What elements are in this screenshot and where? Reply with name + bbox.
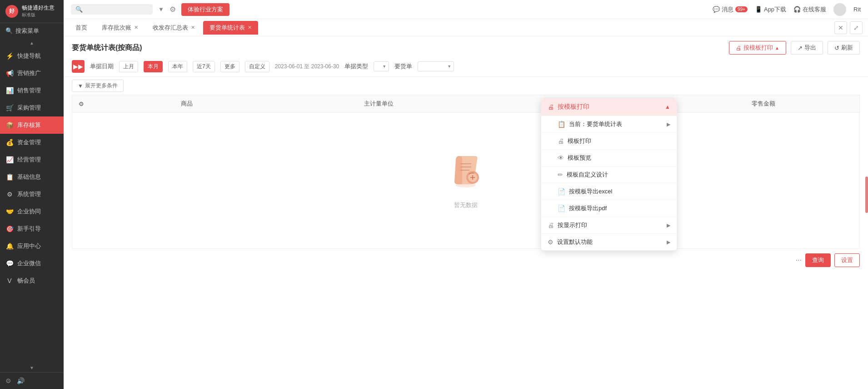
table-col-settings[interactable]: ⚙ <box>72 96 90 112</box>
sidebar: 好 畅捷通好生意 标准版 🔍 搜索菜单 ▲ ⚡ 快捷导航 📢 营销推广 📊 销售… <box>0 0 64 389</box>
sidebar-search[interactable]: 🔍 搜索菜单 <box>0 23 64 39</box>
date-btn-last-month[interactable]: 上月 <box>119 61 138 72</box>
dropdown-group-default-func[interactable]: ⚙ 设置默认功能 ▶ <box>541 233 677 250</box>
sidebar-item-sales[interactable]: 📊 销售管理 <box>0 82 64 99</box>
order-goods-select[interactable] <box>418 61 454 71</box>
dropdown-item-template-print[interactable]: 🖨 模板打印 <box>541 132 677 149</box>
print-header-icon: 🖨 <box>548 103 554 111</box>
date-btn-this-year[interactable]: 本年 <box>168 61 187 72</box>
filter-expand-btn[interactable]: ▶▶ <box>72 60 85 73</box>
online-service-item[interactable]: 🎧 在线客服 <box>793 5 826 14</box>
order-goods-select-wrap[interactable] <box>418 61 454 71</box>
user-name: Rit <box>853 6 861 13</box>
tab-close-all-icon[interactable]: ✕ <box>834 21 847 34</box>
export-btn[interactable]: ↗ 导出 <box>791 41 823 55</box>
tab-order-stats[interactable]: 要货单统计表 ✕ <box>203 21 258 35</box>
sidebar-item-wechat[interactable]: 💬 企业微信 <box>0 255 64 272</box>
table-wrap: ⚙ 商品 主计量单位 主数量 零售金额 <box>64 95 868 249</box>
topbar-search-icon: 🔍 <box>75 6 83 13</box>
date-btn-this-month[interactable]: 本月 <box>144 61 163 72</box>
tab-receivables[interactable]: 收发存汇总表 ✕ <box>146 21 201 35</box>
download-icon: 📱 <box>755 6 762 13</box>
print-dropdown-header[interactable]: 🖨 按模板打印 ▲ <box>541 98 677 116</box>
expand-more-btn[interactable]: ▼ 展开更多条件 <box>72 80 124 92</box>
topbar-chevron-icon[interactable]: ▼ <box>158 6 164 13</box>
topbar-search-wrap[interactable]: 🔍 <box>71 4 153 15</box>
sidebar-item-purchase[interactable]: 🛒 采购管理 <box>0 99 64 116</box>
order-type-select-wrap[interactable] <box>374 61 389 71</box>
tab-extra: ✕ ⤢ <box>834 21 863 34</box>
filter-bar: ▶▶ 单据日期 上月 本月 本年 近7天 更多 自定义 2023-06-01 至… <box>64 56 868 77</box>
app-logo-icon: 好 <box>5 5 18 18</box>
sidebar-item-quick-nav[interactable]: ⚡ 快捷导航 <box>0 47 64 65</box>
tab-close-inventory-batch[interactable]: ✕ <box>134 25 138 30</box>
template-print-icon: 🖨 <box>558 137 564 145</box>
date-btn-custom[interactable]: 自定义 <box>245 61 269 72</box>
topbar-settings-icon[interactable]: ⚙ <box>170 5 176 14</box>
tab-home[interactable]: 首页 <box>69 21 94 35</box>
display-print-arrow: ▶ <box>667 222 670 228</box>
topbar-search-input[interactable] <box>85 6 140 13</box>
print-dropdown: 🖨 按模板打印 ▲ 📋 当前：要货单统计表 ▶ 🖨 模板打印 👁 模板预览 <box>541 98 677 251</box>
sidebar-item-collab[interactable]: 🤝 企业协同 <box>0 203 64 220</box>
app-badge: 标准版 <box>22 12 55 18</box>
table-header: ⚙ 商品 主计量单位 主数量 零售金额 <box>72 95 860 112</box>
notification-item[interactable]: 💬 消息 99+ <box>713 5 748 14</box>
volume-icon[interactable]: 🔊 <box>17 377 25 384</box>
tab-inventory-batch[interactable]: 库存批次账 ✕ <box>95 21 145 35</box>
settings-bottom-icon[interactable]: ⚙ <box>5 377 11 384</box>
refresh-btn[interactable]: ↺ 刷新 <box>828 41 860 55</box>
tab-close-order-stats[interactable]: ✕ <box>248 25 252 30</box>
sidebar-item-inventory[interactable]: 📦 库存核算 <box>0 116 64 134</box>
current-template-arrow: ▶ <box>667 121 670 127</box>
sidebar-item-guide[interactable]: 🎯 新手引导 <box>0 220 64 237</box>
sidebar-scroll-down[interactable]: ▼ <box>0 364 64 372</box>
scroll-up-icon[interactable]: ▲ <box>30 40 34 45</box>
scroll-down-icon[interactable]: ▼ <box>30 365 34 370</box>
sidebar-item-system[interactable]: ⚙ 系统管理 <box>0 186 64 203</box>
print-collapse-icon: ▲ <box>665 104 670 110</box>
app-name: 畅捷通好生意 <box>22 5 55 12</box>
dropdown-item-template-excel[interactable]: 📄 按模板导出excel <box>541 183 677 200</box>
default-func-icon: ⚙ <box>548 238 554 246</box>
quick-nav-icon: ⚡ <box>5 52 14 60</box>
notification-badge: 99+ <box>735 6 748 12</box>
marketing-icon: 📢 <box>5 69 14 77</box>
dropdown-item-template-pdf[interactable]: 📄 按模板导出pdf <box>541 200 677 217</box>
settings-btn[interactable]: 设置 <box>834 253 860 267</box>
notification-icon: 💬 <box>713 6 720 13</box>
wechat-icon: 💬 <box>5 259 14 268</box>
template-pdf-icon: 📄 <box>558 205 565 212</box>
inventory-icon: 📦 <box>5 121 14 129</box>
tab-maximize-icon[interactable]: ⤢ <box>850 21 863 34</box>
table-col-goods: 商品 <box>90 95 283 112</box>
sidebar-item-appstore[interactable]: 🔔 应用中心 <box>0 237 64 255</box>
order-type-select[interactable] <box>374 61 389 71</box>
guide-icon: 🎯 <box>5 225 14 233</box>
sidebar-item-basic[interactable]: 📋 基础信息 <box>0 168 64 186</box>
dropdown-item-template-preview[interactable]: 👁 模板预览 <box>541 149 677 166</box>
app-download-item[interactable]: 📱 App下载 <box>755 5 786 14</box>
date-btn-more[interactable]: 更多 <box>220 61 239 72</box>
sidebar-item-operation[interactable]: 📈 经营管理 <box>0 151 64 168</box>
print-template-btn[interactable]: 🖨 按模板打印 ▲ <box>729 41 786 55</box>
sidebar-item-marketing[interactable]: 📢 营销推广 <box>0 65 64 82</box>
right-scrollbar[interactable] <box>865 177 868 213</box>
date-btn-7days[interactable]: 近7天 <box>193 61 215 72</box>
sidebar-item-member[interactable]: V 畅会员 <box>0 272 64 289</box>
more-actions-icon[interactable]: ··· <box>796 256 802 264</box>
sidebar-item-finance[interactable]: 💰 资金管理 <box>0 134 64 151</box>
service-icon: 🎧 <box>793 6 801 13</box>
tab-close-receivables[interactable]: ✕ <box>191 25 195 30</box>
topbar: 🔍 ▼ ⚙ 体验行业方案 💬 消息 99+ 📱 App下载 🎧 在线客服 Rit <box>64 0 868 19</box>
print-dropdown-arrow: ▲ <box>775 45 779 51</box>
user-avatar[interactable] <box>833 3 846 16</box>
query-btn[interactable]: 查询 <box>805 253 831 267</box>
sidebar-scroll-up[interactable]: ▲ <box>0 39 64 47</box>
dropdown-group-display-print[interactable]: 🖨 按显示打印 ▶ <box>541 217 677 233</box>
dropdown-item-template-custom[interactable]: ✏ 模板自定义设计 <box>541 166 677 183</box>
action-bar: 🖨 按模板打印 ▲ ↗ 导出 ↺ 刷新 <box>729 41 860 55</box>
current-template-row[interactable]: 📋 当前：要货单统计表 ▶ <box>541 116 677 132</box>
trial-btn[interactable]: 体验行业方案 <box>181 3 229 16</box>
sidebar-bottom: ⚙ 🔊 <box>0 372 64 389</box>
